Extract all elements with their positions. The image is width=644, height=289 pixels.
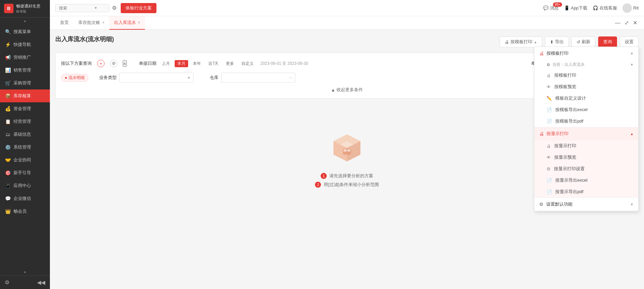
user-avatar-btn[interactable]: Rit <box>622 3 639 13</box>
filter-active-tag[interactable]: ● 流水明细 <box>61 74 88 82</box>
tab-flow[interactable]: 出入库流水 × <box>109 16 145 30</box>
sidebar-scroll-up[interactable]: ▲ <box>0 18 50 24</box>
date-this-year[interactable]: 本年 <box>190 60 204 67</box>
sidebar-item-quick-nav[interactable]: ⚡ 快捷导航 <box>0 38 50 51</box>
sidebar-item-newguide[interactable]: 🎯 新手引导 <box>0 166 50 179</box>
display-section-header[interactable]: 🖨 按显示打印 ▲ <box>534 127 638 140</box>
tab-home[interactable]: 首页 <box>55 16 74 30</box>
display-excel-icon: 📄 <box>547 178 552 183</box>
sidebar-item-appcenter[interactable]: 📱 应用中心 <box>0 179 50 192</box>
warehouse-select[interactable]: ··· <box>221 73 295 83</box>
tab-minimize-btn[interactable]: — <box>614 19 622 27</box>
template-section-header[interactable]: 🖨 按模板打印 ▼ <box>534 47 638 60</box>
filter-collapse-arrow[interactable]: « <box>123 60 127 67</box>
lightning-icon: ⚡ <box>5 42 11 48</box>
empty-step-1: 1 请先选择要分析的方案 <box>321 173 373 179</box>
content-area: 出入库流水(流水明细) 🖨 按模板打印 ▲ ⬆ 导出 ↺ 刷新 查询 <box>50 30 644 289</box>
template-export-pdf-item[interactable]: 📄 按模板导出pdf <box>534 115 638 127</box>
phone-icon: 📱 <box>564 5 569 10</box>
template-custom-item[interactable]: ✏️ 模板自定义设计 <box>534 93 638 104</box>
display-preview-icon: 👁 <box>547 155 551 160</box>
tag-icon: ● <box>65 75 67 80</box>
message-icon: 💬 <box>543 5 549 10</box>
display-printer-icon: 🖨 <box>539 131 544 136</box>
sidebar-item-sales[interactable]: 📊 销售管理 <box>0 64 50 77</box>
crown-icon: 👑 <box>5 208 11 214</box>
date-more[interactable]: 更多 <box>223 60 237 67</box>
query-btn[interactable]: 查询 <box>598 36 617 47</box>
sidebar-item-operations[interactable]: 📋 经营管理 <box>0 115 50 128</box>
topbar-search-box[interactable]: ▼ <box>55 4 109 12</box>
trial-btn[interactable]: 体验行业方案 <box>121 3 156 13</box>
refresh-btn[interactable]: ↺ 刷新 <box>572 36 595 47</box>
template-preview-item[interactable]: 👁 按模板预览 <box>534 81 638 93</box>
sidebar-item-enterprise[interactable]: 🤝 企业协同 <box>0 154 50 166</box>
date-custom[interactable]: 自定义 <box>239 60 256 67</box>
sidebar-item-purchase[interactable]: 🛒 采购管理 <box>0 77 50 89</box>
box-icon: 📦 <box>5 93 11 99</box>
display-export-excel-item[interactable]: 📄 按显示导出excel <box>534 175 638 186</box>
date-this-month[interactable]: 本月 <box>175 60 188 67</box>
target-icon: 🎯 <box>5 170 11 176</box>
default-arrow-icon: ▼ <box>630 203 634 206</box>
default-section-header[interactable]: ⚙ 设置默认功能 ▼ <box>534 198 638 211</box>
date-last-7days[interactable]: 近7天 <box>206 60 222 67</box>
collapse-icon[interactable]: ◀◀ <box>37 279 45 286</box>
display-settings-icon: ⚙ <box>547 166 551 172</box>
date-filter-label: 单据日期 <box>139 60 156 67</box>
sidebar-item-system[interactable]: ⚙️ 系统管理 <box>0 141 50 154</box>
app-download-btn[interactable]: 📱 App下载 <box>564 5 587 11</box>
warehouse-more[interactable]: ··· <box>289 75 292 80</box>
sidebar-item-basics[interactable]: 🗂 基础信息 <box>0 128 50 141</box>
logo-icon: B <box>4 4 13 13</box>
topbar: ▼ ⚙ 体验行业方案 💬 消息 99+ 📱 App下载 🎧 在线客服 Rit <box>50 0 644 16</box>
template-current-label[interactable]: ⚙ 当前：出入库流水 ▼ <box>534 60 638 70</box>
date-filter-options: 上月 本月 本年 近7天 更多 自定义 <box>159 60 257 67</box>
template-print-btn[interactable]: 🖨 按模板打印 ▲ <box>500 36 542 47</box>
display-export-pdf-item[interactable]: 📄 按显示导出pdf <box>534 186 638 198</box>
search-dropdown-icon: ▼ <box>94 6 97 10</box>
template-export-excel-item[interactable]: 📄 按模板导出excel <box>534 104 638 115</box>
sidebar-item-inventory[interactable]: 📦 库存核算 <box>0 89 50 102</box>
tab-batch-account-close[interactable]: × <box>102 20 105 25</box>
clipboard-icon: 📋 <box>5 119 11 125</box>
default-icon: ⚙ <box>539 202 544 207</box>
filter-settings-btn[interactable]: ⚙ <box>110 60 117 67</box>
chevron-up-icon: ▲ <box>331 87 335 93</box>
template-print-item[interactable]: 🖨 按模板打印 <box>534 70 638 81</box>
folder-icon: 🗂 <box>5 131 11 137</box>
sidebar-item-wechat[interactable]: 💬 企业微信 <box>0 192 50 205</box>
sidebar-item-vip[interactable]: 👑 畅会员 <box>0 205 50 218</box>
settings-btn[interactable]: 设置 <box>620 36 639 47</box>
money-icon: 💰 <box>5 106 11 112</box>
search-icon: 🔍 <box>5 29 11 35</box>
date-range-display: 2023-06-01 至 2023-06-30 <box>260 61 308 67</box>
display-print-settings-item[interactable]: ⚙ 按显示打印设置 <box>534 163 638 175</box>
current-arrow-icon: ▼ <box>630 63 634 67</box>
settings-icon[interactable]: ⚙ <box>5 279 9 286</box>
export-icon: ⬆ <box>550 40 554 45</box>
sidebar-items: 🔍 搜索菜单 ⚡ 快捷导航 📢 营销推广 📊 销售管理 🛒 采购管理 📦 库存核… <box>0 24 50 269</box>
filter-add-btn[interactable]: + <box>97 60 105 67</box>
display-print-item[interactable]: 🖨 按显示打印 <box>534 140 638 152</box>
date-last-month[interactable]: 上月 <box>159 60 173 67</box>
search-input[interactable] <box>59 6 93 10</box>
customer-service-btn[interactable]: 🎧 在线客服 <box>593 5 617 11</box>
sidebar-item-search[interactable]: 🔍 搜索菜单 <box>0 25 50 38</box>
warehouse-label: 仓库 <box>210 75 218 81</box>
export-btn[interactable]: ⬆ 导出 <box>545 36 569 47</box>
sidebar-item-marketing[interactable]: 📢 营销推广 <box>0 51 50 64</box>
tab-flow-close[interactable]: × <box>138 20 140 25</box>
business-type-select[interactable]: ▼ <box>119 73 194 83</box>
refresh-icon: ↺ <box>577 40 580 45</box>
tab-batch-account[interactable]: 库存批次账 × <box>74 16 109 30</box>
sidebar-item-finance[interactable]: 💰 资金管理 <box>0 102 50 115</box>
display-preview-item[interactable]: 👁 按显示预览 <box>534 152 638 163</box>
topbar-gear-icon[interactable]: ⚙ <box>112 5 117 11</box>
sidebar-scroll-down[interactable]: ▼ <box>0 269 50 275</box>
tab-close-btn[interactable]: ✕ <box>632 18 639 27</box>
message-btn[interactable]: 💬 消息 99+ <box>543 5 559 11</box>
sidebar-bottom: ⚙ ◀◀ <box>0 275 50 289</box>
main-content: ▼ ⚙ 体验行业方案 💬 消息 99+ 📱 App下载 🎧 在线客服 Rit <box>50 0 644 289</box>
tab-maximize-btn[interactable]: ⤢ <box>623 18 630 27</box>
